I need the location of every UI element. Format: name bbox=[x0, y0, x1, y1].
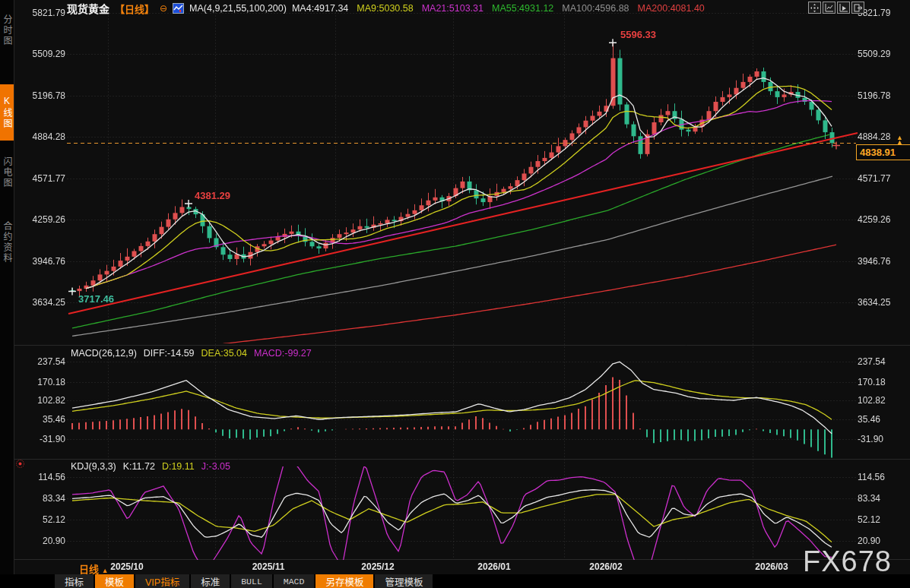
kdj-header-item: KDJ(9,3,3) bbox=[71, 461, 116, 472]
xaxis-label: 2026/02 bbox=[589, 561, 622, 572]
period-arrow-icon: ▲ bbox=[102, 567, 109, 574]
ma-legend-item: MA200:4081.40 bbox=[638, 3, 705, 14]
kdj-header-item: D:19.11 bbox=[162, 461, 195, 472]
xaxis-row: 日线 ▲ 2025/102025/112025/122026/012026/02… bbox=[0, 560, 910, 574]
toolbar-tab-另存模板[interactable]: 另存模板 bbox=[315, 574, 373, 588]
sidebar-tab-分时图[interactable]: 分时图 bbox=[0, 3, 14, 58]
xaxis-label: 2025/11 bbox=[252, 561, 285, 572]
axis-label: 4571.77 bbox=[15, 173, 65, 184]
axis-label: 4259.26 bbox=[15, 214, 65, 225]
move-icon[interactable] bbox=[808, 2, 821, 14]
xaxis-label: 2026/01 bbox=[477, 561, 510, 572]
toolbar-tab-BULL[interactable]: BULL bbox=[231, 574, 272, 588]
macd-header: MACD(26,12,9)DIFF:-14.59DEA:35.04MACD:-9… bbox=[71, 348, 312, 359]
axis-label: 5509.29 bbox=[858, 49, 890, 59]
kdj-header-item: J:-3.05 bbox=[201, 461, 230, 472]
axis-label: 4259.26 bbox=[858, 214, 890, 225]
ma-legend-item: MA21:5103.31 bbox=[422, 3, 484, 14]
sidebar: 分时图K线图闪电图合约资料 bbox=[0, 0, 14, 588]
macd-header-item: DEA:35.04 bbox=[201, 348, 247, 359]
axis-label: 83.34 bbox=[15, 493, 65, 504]
chart-thumbnail-icon[interactable] bbox=[173, 3, 184, 14]
kdj-header-item: K:11.72 bbox=[123, 461, 155, 472]
double-up-arrow-icon: ▲▲ bbox=[896, 135, 903, 144]
axis-label: 20.90 bbox=[858, 536, 880, 546]
axis-label: 5509.29 bbox=[15, 49, 65, 59]
axis-label: -31.90 bbox=[858, 434, 883, 444]
axis-label: 3634.25 bbox=[15, 297, 65, 308]
axis-label: 5821.79 bbox=[15, 8, 65, 18]
chart-toolbar bbox=[808, 2, 864, 14]
axis-label: 83.34 bbox=[858, 493, 880, 504]
axis-label: 35.46 bbox=[15, 414, 65, 425]
axis-label: 5196.78 bbox=[858, 90, 890, 101]
axis-label: 3634.25 bbox=[858, 297, 890, 308]
axis-zoom-icon[interactable] bbox=[823, 2, 835, 14]
toolbar-tab-VIP指标[interactable]: VIP指标 bbox=[135, 574, 189, 588]
indicator-settings-icon[interactable] bbox=[15, 458, 25, 468]
instrument-title: 现货黄金 bbox=[67, 1, 109, 16]
axis-label: 5196.78 bbox=[15, 90, 65, 101]
axis-label: 52.12 bbox=[858, 514, 880, 525]
ma-legend-item: MA9:5030.58 bbox=[357, 3, 413, 14]
exit-icon[interactable] bbox=[851, 2, 864, 14]
sidebar-tab-K线图[interactable]: K线图 bbox=[0, 84, 14, 141]
macd-header-item: DIFF:-14.59 bbox=[144, 348, 195, 359]
bottom-toolbar: 指标模板VIP指标标准BULLMACD另存模板管理模板 bbox=[0, 574, 910, 588]
xaxis-label: 2025/10 bbox=[110, 561, 143, 572]
price-annotation: 3717.46 bbox=[78, 293, 114, 305]
axis-label: 35.46 bbox=[858, 414, 880, 425]
axis-label: 102.82 bbox=[15, 395, 65, 406]
ma-legend-item: MA55:4931.12 bbox=[492, 3, 553, 14]
axis-label: 102.82 bbox=[858, 395, 886, 406]
axis-label: 4884.28 bbox=[15, 131, 65, 142]
compare-icon[interactable]: ⊖ bbox=[160, 4, 167, 13]
xaxis-label: 2025/12 bbox=[361, 561, 394, 572]
kdj-header: KDJ(9,3,3)K:11.72D:19.11J:-3.05 bbox=[71, 461, 230, 472]
ma-legend-item: MA100:4596.88 bbox=[562, 3, 629, 14]
sidebar-tab-合约资料[interactable]: 合约资料 bbox=[0, 206, 14, 279]
price-annotation: 5596.33 bbox=[620, 29, 656, 40]
sidebar-tab-闪电图[interactable]: 闪电图 bbox=[0, 145, 14, 200]
xaxis-label: 2026/03 bbox=[755, 561, 788, 572]
chart-canvas[interactable] bbox=[0, 0, 910, 588]
price-annotation: 4381.29 bbox=[195, 190, 230, 201]
macd-header-item: MACD(26,12,9) bbox=[71, 348, 137, 359]
axis-label: 237.54 bbox=[858, 356, 886, 367]
axis-label: 4884.28 bbox=[858, 131, 890, 142]
ma-group-label: MA(4,9,21,55,100,200) bbox=[189, 3, 287, 14]
axis-label: 114.56 bbox=[858, 472, 885, 482]
chart-header: 现货黄金 【日线】 ⊖ MA(4,9,21,55,100,200) MA4:49… bbox=[67, 2, 705, 15]
toolbar-tab-模板[interactable]: 模板 bbox=[95, 574, 134, 588]
macd-header-item: MACD:-99.27 bbox=[254, 348, 312, 359]
current-price-tag: 4838.91 bbox=[856, 144, 910, 160]
trading-terminal: FX678 分时图K线图闪电图合约资料 现货黄金 【日线】 ⊖ MA(4,9,2… bbox=[0, 0, 910, 588]
period-tag[interactable]: 【日线】 bbox=[115, 2, 154, 16]
axis-label: -31.90 bbox=[15, 434, 65, 444]
axis-label: 170.18 bbox=[15, 377, 65, 387]
axis-label: 3946.76 bbox=[858, 256, 890, 267]
axis-label: 170.18 bbox=[858, 377, 886, 387]
toolbar-tab-管理模板[interactable]: 管理模板 bbox=[375, 574, 433, 588]
axis-label: 52.12 bbox=[15, 514, 65, 525]
axis-play-icon[interactable] bbox=[837, 2, 850, 14]
toolbar-tab-MACD[interactable]: MACD bbox=[274, 574, 315, 588]
ma-legend-item: MA4:4917.34 bbox=[292, 3, 348, 14]
axis-label: 20.90 bbox=[15, 536, 65, 546]
axis-label: 237.54 bbox=[15, 356, 65, 367]
toolbar-tab-标准[interactable]: 标准 bbox=[191, 574, 230, 588]
axis-label: 3946.76 bbox=[15, 256, 65, 267]
axis-label: 4571.77 bbox=[858, 173, 890, 184]
axis-label: 114.56 bbox=[15, 472, 65, 482]
toolbar-tab-指标[interactable]: 指标 bbox=[55, 574, 94, 588]
ma-legend: MA4:4917.34MA9:5030.58MA21:5103.31MA55:4… bbox=[292, 3, 705, 14]
